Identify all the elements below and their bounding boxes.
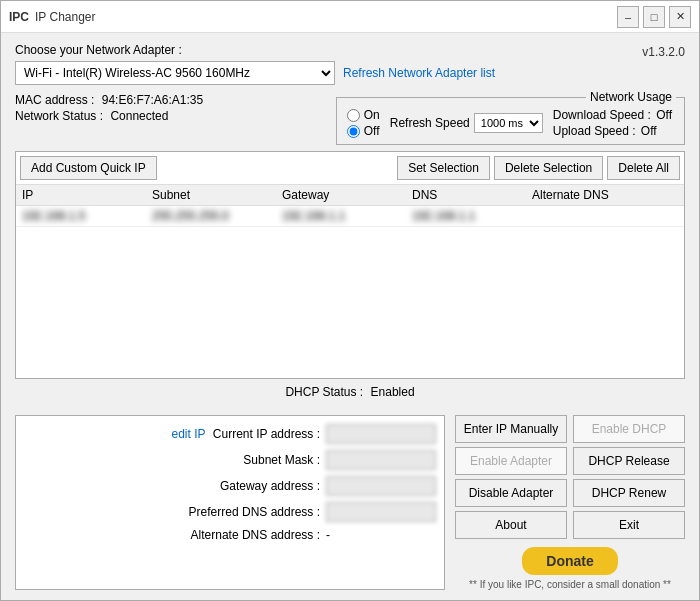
dhcp-status-row: DHCP Status : Enabled — [15, 385, 685, 399]
table-header: IP Subnet Gateway DNS Alternate DNS — [16, 185, 684, 206]
table-row[interactable]: 192.168.1.5 255.255.255.0 192.168.1.1 19… — [16, 206, 684, 227]
speed-select[interactable]: 1000 ms — [474, 113, 543, 133]
enable-dhcp-button[interactable]: Enable DHCP — [573, 415, 685, 443]
refresh-speed-row: Refresh Speed 1000 ms — [390, 113, 543, 133]
delete-all-button[interactable]: Delete All — [607, 156, 680, 180]
mac-address-value: 94:E6:F7:A6:A1:35 — [102, 93, 203, 107]
gateway-label: Gateway address : — [220, 479, 320, 493]
download-speed-value: Off — [656, 108, 672, 122]
dl-ul-group: Download Speed : Off Upload Speed : Off — [553, 108, 672, 138]
btn-row-2: Enable Adapter DHCP Release — [455, 447, 685, 475]
edit-ip-link[interactable]: edit IP — [171, 427, 205, 441]
version-label: v1.3.2.0 — [642, 43, 685, 59]
title-bar: IPC IP Changer – □ ✕ — [1, 1, 699, 33]
dhcp-renew-button[interactable]: DHCP Renew — [573, 479, 685, 507]
donate-note: ** If you like IPC, consider a small don… — [469, 579, 671, 590]
col-header-ip: IP — [22, 188, 152, 202]
radio-off[interactable] — [347, 125, 360, 138]
radio-on-row: On — [347, 108, 380, 122]
upload-speed-row: Upload Speed : Off — [553, 124, 672, 138]
subnet-label: Subnet Mask : — [243, 453, 320, 467]
cell-alt-dns — [532, 209, 652, 223]
dhcp-release-button[interactable]: DHCP Release — [573, 447, 685, 475]
alt-dns-value: - — [326, 528, 436, 542]
right-panel: Enter IP Manually Enable DHCP Enable Ada… — [455, 415, 685, 590]
gateway-row: Gateway address : — [24, 476, 436, 496]
dns-label: Preferred DNS address : — [189, 505, 320, 519]
current-ip-label: edit IP Current IP address : — [171, 427, 320, 441]
radio-off-label: Off — [364, 124, 380, 138]
network-status-label: Network Status : Connected — [15, 109, 203, 123]
add-custom-quick-ip-button[interactable]: Add Custom Quick IP — [20, 156, 157, 180]
set-selection-button[interactable]: Set Selection — [397, 156, 490, 180]
col-header-subnet: Subnet — [152, 188, 282, 202]
exit-button[interactable]: Exit — [573, 511, 685, 539]
subnet-value[interactable] — [326, 450, 436, 470]
ip-table-section: Add Custom Quick IP Set Selection Delete… — [15, 151, 685, 379]
col-header-gateway: Gateway — [282, 188, 412, 202]
main-window: IPC IP Changer – □ ✕ Choose your Network… — [0, 0, 700, 601]
left-panel-fields: edit IP Current IP address : Subnet Mask… — [24, 424, 436, 542]
title-bar-controls: – □ ✕ — [617, 6, 691, 28]
dns-row: Preferred DNS address : — [24, 502, 436, 522]
btn-row-4: About Exit — [455, 511, 685, 539]
donate-row: Donate ** If you like IPC, consider a sm… — [455, 547, 685, 590]
table-body: 192.168.1.5 255.255.255.0 192.168.1.1 19… — [16, 206, 684, 378]
adapter-select[interactable]: Wi-Fi - Intel(R) Wireless-AC 9560 160MHz — [15, 61, 335, 85]
dns-value[interactable] — [326, 502, 436, 522]
network-usage-legend: Network Usage — [586, 90, 676, 104]
content-area: Choose your Network Adapter : Wi-Fi - In… — [1, 33, 699, 600]
cell-ip: 192.168.1.5 — [22, 209, 152, 223]
dhcp-status-label: DHCP Status : — [285, 385, 363, 399]
download-speed-row: Download Speed : Off — [553, 108, 672, 122]
about-button[interactable]: About — [455, 511, 567, 539]
alt-dns-label: Alternate DNS address : — [191, 528, 320, 542]
cell-gateway: 192.168.1.1 — [282, 209, 412, 223]
mac-address-label: MAC address : 94:E6:F7:A6:A1:35 — [15, 93, 203, 107]
col-header-dns: DNS — [412, 188, 532, 202]
upload-speed-value: Off — [641, 124, 657, 138]
bottom-section: edit IP Current IP address : Subnet Mask… — [15, 415, 685, 590]
dhcp-status-value: Enabled — [371, 385, 415, 399]
current-ip-row: edit IP Current IP address : — [24, 424, 436, 444]
radio-off-row: Off — [347, 124, 380, 138]
btn-row-1: Enter IP Manually Enable DHCP — [455, 415, 685, 443]
radio-on[interactable] — [347, 109, 360, 122]
title-ipc: IPC — [9, 10, 29, 24]
adapter-label: Choose your Network Adapter : — [15, 43, 495, 57]
disable-adapter-button[interactable]: Disable Adapter — [455, 479, 567, 507]
maximize-button[interactable]: □ — [643, 6, 665, 28]
network-usage-box: Network Usage On Off — [336, 97, 685, 145]
col-header-alt-dns: Alternate DNS — [532, 188, 652, 202]
delete-selection-button[interactable]: Delete Selection — [494, 156, 603, 180]
alt-dns-row: Alternate DNS address : - — [24, 528, 436, 542]
speed-group: Refresh Speed 1000 ms — [390, 113, 543, 133]
adapter-section: Choose your Network Adapter : Wi-Fi - In… — [15, 43, 495, 85]
adapter-row: Wi-Fi - Intel(R) Wireless-AC 9560 160MHz… — [15, 61, 495, 85]
refresh-speed-label: Refresh Speed — [390, 116, 470, 130]
close-button[interactable]: ✕ — [669, 6, 691, 28]
cell-dns: 192.168.1.1 — [412, 209, 532, 223]
subnet-row: Subnet Mask : — [24, 450, 436, 470]
mac-info: MAC address : 94:E6:F7:A6:A1:35 Network … — [15, 93, 203, 123]
enable-adapter-button[interactable]: Enable Adapter — [455, 447, 567, 475]
current-ip-value[interactable] — [326, 424, 436, 444]
btn-row-3: Disable Adapter DHCP Renew — [455, 479, 685, 507]
title-text: IP Changer — [35, 10, 96, 24]
left-panel: edit IP Current IP address : Subnet Mask… — [15, 415, 445, 590]
title-bar-left: IPC IP Changer — [9, 10, 96, 24]
minimize-button[interactable]: – — [617, 6, 639, 28]
refresh-network-link[interactable]: Refresh Network Adapter list — [343, 66, 495, 80]
cell-subnet: 255.255.255.0 — [152, 209, 282, 223]
table-toolbar: Add Custom Quick IP Set Selection Delete… — [16, 152, 684, 185]
radio-on-label: On — [364, 108, 380, 122]
network-status-value: Connected — [110, 109, 168, 123]
donate-button[interactable]: Donate — [522, 547, 617, 575]
enter-ip-manually-button[interactable]: Enter IP Manually — [455, 415, 567, 443]
radio-group: On Off — [347, 108, 380, 138]
gateway-value[interactable] — [326, 476, 436, 496]
